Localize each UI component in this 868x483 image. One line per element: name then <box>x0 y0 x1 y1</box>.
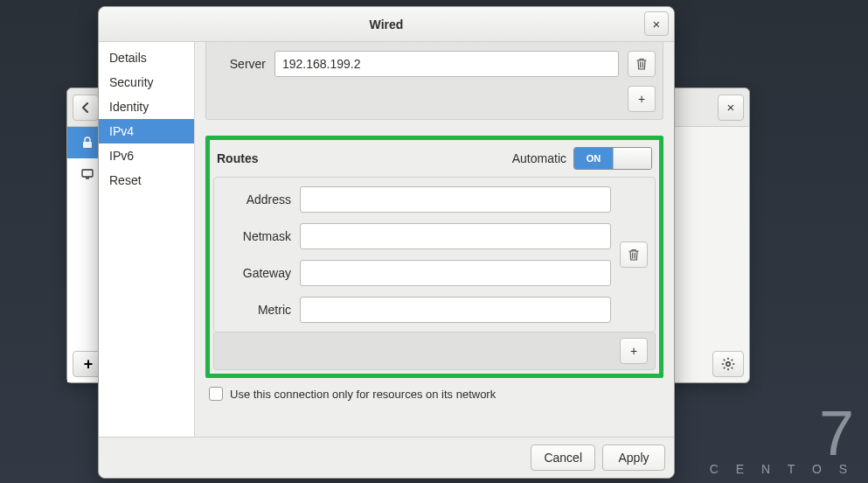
routes-fields: Address Netmask Gateway Metric <box>221 186 611 323</box>
plus-icon: + <box>638 92 645 106</box>
routes-automatic-switch[interactable]: ON <box>573 147 652 170</box>
sidebar-item-label: Security <box>109 75 154 89</box>
sidebar-item-reset[interactable]: Reset <box>99 168 194 192</box>
dialog-footer: Cancel Apply <box>99 437 674 478</box>
dialog-sidebar: Details Security Identity IPv4 IPv6 Rese… <box>99 42 195 437</box>
only-resources-label: Use this connection only for resources o… <box>230 388 496 401</box>
server-delete-button[interactable] <box>628 51 656 77</box>
svg-rect-2 <box>86 178 89 179</box>
centos-wordmark: C E N T O S <box>710 462 854 476</box>
routes-header: Routes Automatic ON <box>217 147 652 170</box>
server-input[interactable] <box>274 51 619 77</box>
only-resources-row: Use this connection only for resources o… <box>209 387 660 401</box>
back-button[interactable] <box>73 94 99 121</box>
sidebar-item-label: IPv4 <box>109 124 134 138</box>
plus-icon: + <box>84 355 94 374</box>
button-label: Apply <box>618 451 649 465</box>
sidebar-item-label: Identity <box>109 100 149 114</box>
monitor-icon <box>81 169 94 179</box>
only-resources-checkbox[interactable] <box>209 387 223 401</box>
close-icon: × <box>727 100 735 115</box>
dialog-titlebar: Wired × <box>99 7 674 42</box>
switch-knob <box>613 148 651 169</box>
svg-line-11 <box>724 368 726 369</box>
route-delete-button[interactable] <box>620 242 648 268</box>
routes-automatic-group: Automatic ON <box>512 147 652 170</box>
netmask-input[interactable] <box>300 223 611 249</box>
button-label: Cancel <box>544 451 582 465</box>
dialog-close-button[interactable]: × <box>644 11 669 36</box>
metric-label: Metric <box>221 303 291 317</box>
sidebar-item-label: IPv6 <box>109 149 134 163</box>
netmask-label: Netmask <box>221 229 291 243</box>
sidebar-item-identity[interactable]: Identity <box>99 94 194 119</box>
sidebar-item-ipv6[interactable]: IPv6 <box>99 144 194 168</box>
dialog-body: Details Security Identity IPv4 IPv6 Rese… <box>99 42 674 437</box>
bg-gear-button[interactable] <box>712 351 744 377</box>
trash-icon <box>635 57 648 71</box>
chevron-left-icon <box>81 102 90 113</box>
gear-icon <box>721 357 735 371</box>
server-footer: + <box>213 86 656 112</box>
centos-version: 7 <box>710 405 854 462</box>
dialog-title: Wired <box>99 18 674 32</box>
routes-footer: + <box>213 332 656 370</box>
trash-icon <box>628 248 640 262</box>
gateway-input[interactable] <box>300 260 611 286</box>
sidebar-item-security[interactable]: Security <box>99 70 194 94</box>
routes-title: Routes <box>217 151 258 165</box>
svg-rect-1 <box>82 170 93 177</box>
lock-icon <box>82 136 93 149</box>
plus-icon: + <box>630 344 637 358</box>
sidebar-item-label: Reset <box>109 173 142 187</box>
routes-section-highlight: Routes Automatic ON Address Netmask <box>205 136 663 378</box>
address-input[interactable] <box>300 186 611 213</box>
svg-line-9 <box>732 368 733 369</box>
cancel-button[interactable]: Cancel <box>531 444 595 471</box>
sidebar-item-details[interactable]: Details <box>99 46 194 70</box>
server-label: Server <box>213 57 266 71</box>
automatic-label: Automatic <box>512 151 566 165</box>
routes-entry-panel: Address Netmask Gateway Metric <box>213 177 656 332</box>
sidebar-item-ipv4[interactable]: IPv4 <box>99 119 194 144</box>
svg-line-10 <box>732 360 733 361</box>
sidebar-item-label: Details <box>109 51 147 65</box>
switch-on-label: ON <box>574 148 613 169</box>
dns-server-panel: Server + <box>205 42 663 120</box>
svg-rect-0 <box>83 142 92 148</box>
metric-input[interactable] <box>300 297 611 323</box>
close-icon: × <box>653 17 661 32</box>
desktop-branding: 7 C E N T O S <box>710 405 854 476</box>
dialog-content: Server + Routes <box>195 42 674 437</box>
wired-settings-dialog: Wired × Details Security Identity IPv4 I… <box>98 6 675 479</box>
svg-point-3 <box>726 362 730 366</box>
gateway-label: Gateway <box>221 266 291 280</box>
dns-server-row: Server <box>213 51 656 77</box>
bg-close-button[interactable]: × <box>718 94 744 121</box>
address-label: Address <box>221 192 291 206</box>
route-add-button[interactable]: + <box>620 338 648 364</box>
svg-line-8 <box>724 360 726 361</box>
apply-button[interactable]: Apply <box>602 444 665 471</box>
server-add-button[interactable]: + <box>628 86 656 112</box>
